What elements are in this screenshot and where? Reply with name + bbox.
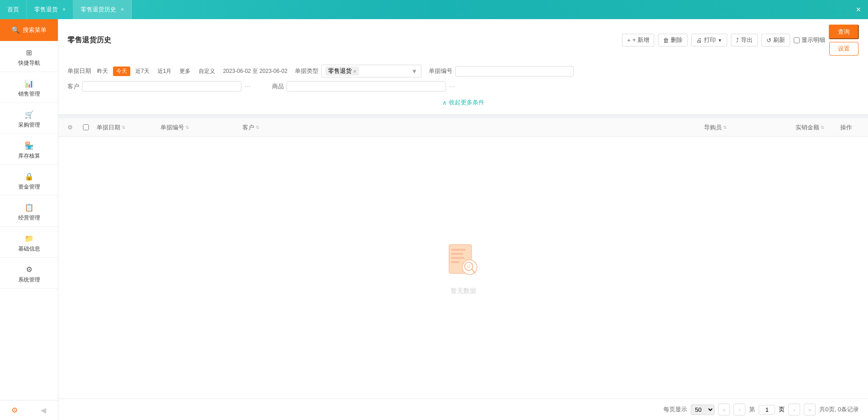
th-guide-label: 导购员: [704, 123, 722, 132]
page-header: 零售退货历史 + + 新增 🗑 删除 🖨 打印 ▼: [58, 19, 868, 115]
inventory-icon: 🏪: [24, 140, 34, 150]
collapse-up-icon: ∧: [442, 99, 447, 106]
th-customer: 客户 ⇅: [239, 123, 700, 132]
sidebar-search[interactable]: 🔍 搜索菜单: [0, 19, 58, 41]
date-btn-today[interactable]: 今天: [113, 67, 130, 76]
th-bill-no: 单据编号 ⇅: [157, 123, 239, 132]
date-btn-custom[interactable]: 自定义: [195, 67, 218, 76]
tab-retail-return[interactable]: 零售退货 ×: [27, 0, 73, 19]
table-header: ⚙ 单据日期 ⇅ 单据编号 ⇅ 客户 ⇅ 导购员 ⇅: [58, 118, 868, 137]
finance-icon: 🔒: [24, 171, 34, 181]
last-page-button[interactable]: »: [804, 404, 816, 415]
goods-dots[interactable]: ···: [449, 82, 455, 91]
sidebar-item-finance-mgmt[interactable]: 🔒 资金管理: [0, 165, 58, 196]
bill-type-arrow-icon: ▼: [411, 68, 417, 75]
sidebar-item-label-operations: 经营管理: [18, 214, 40, 222]
new-button[interactable]: + + 新增: [622, 34, 654, 46]
toolbar: + + 新增 🗑 删除 🖨 打印 ▼ ⤴ 导出: [622, 25, 859, 56]
bill-no-input[interactable]: [455, 66, 574, 77]
first-page-button[interactable]: «: [718, 404, 730, 415]
sort-guide-icon[interactable]: ⇅: [723, 125, 727, 130]
next-page-button[interactable]: ›: [788, 404, 800, 415]
query-label: 查询: [838, 28, 850, 35]
page-number-input[interactable]: [759, 405, 775, 415]
date-range-display: 2023-06-02 至 2023-06-02: [223, 67, 287, 75]
page-total: 共0页, 0条记录: [819, 405, 859, 414]
refresh-button[interactable]: ↺ 刷新: [761, 34, 790, 46]
sidebar-search-label: 搜索菜单: [23, 26, 46, 34]
tab-retail-return-history[interactable]: 零售退货历史 ×: [73, 0, 132, 19]
sidebar-item-operations-mgmt[interactable]: 📋 经营管理: [0, 196, 58, 227]
sort-amount-icon[interactable]: ⇅: [821, 125, 824, 130]
sidebar-item-label-system: 系统管理: [18, 276, 40, 284]
setting-button[interactable]: 设置: [829, 42, 858, 56]
svg-rect-1: [451, 249, 466, 251]
goods-filter: 商品 ···: [272, 81, 455, 92]
purchase-icon: 🛒: [24, 109, 34, 119]
date-btn-7days[interactable]: 近7天: [132, 67, 153, 76]
sort-customer-icon[interactable]: ⇅: [256, 125, 259, 130]
table-select-all[interactable]: [78, 124, 93, 130]
bill-no-label: 单据编号: [429, 67, 452, 75]
sidebar-settings-button[interactable]: ⚙: [0, 400, 29, 420]
sidebar-item-label-sales: 销售管理: [18, 90, 40, 98]
svg-rect-3: [451, 257, 464, 259]
refresh-icon: ↺: [766, 37, 771, 44]
new-label: + 新增: [632, 36, 649, 44]
date-btn-yesterday[interactable]: 昨天: [94, 67, 111, 76]
sidebar-item-sales-mgmt[interactable]: 📊 销售管理: [0, 72, 58, 103]
window-close-button[interactable]: ×: [849, 0, 868, 19]
export-icon: ⤴: [736, 37, 739, 44]
display-detail-input[interactable]: [794, 37, 800, 43]
sidebar-item-system-mgmt[interactable]: ⚙ 系统管理: [0, 258, 58, 289]
print-button[interactable]: 🖨 打印 ▼: [691, 34, 727, 46]
date-btn-more[interactable]: 更多: [176, 67, 194, 76]
page-title: 零售退货历史: [67, 36, 111, 45]
filter-bar: 单据日期 昨天 今天 近7天 近1月 更多 自定义 2023-06-02 至 2…: [67, 60, 859, 114]
sort-bill-no-icon[interactable]: ⇅: [185, 125, 189, 130]
new-icon: +: [627, 37, 631, 44]
customer-input[interactable]: [82, 81, 241, 92]
query-button[interactable]: 查询: [829, 25, 859, 39]
delete-button[interactable]: 🗑 删除: [658, 34, 688, 46]
bill-type-select[interactable]: 零售退货 × ▼: [321, 65, 421, 77]
print-label: 打印: [704, 36, 716, 44]
tab-home-label: 首页: [7, 5, 19, 14]
customer-filter: 客户 ···: [67, 81, 250, 92]
date-filter-label: 单据日期: [67, 67, 91, 75]
refresh-label: 刷新: [773, 36, 785, 44]
export-button[interactable]: ⤴ 导出: [731, 34, 758, 46]
sort-date-icon[interactable]: ⇅: [122, 125, 125, 130]
th-amount: 实销金额 ⇅: [773, 123, 828, 132]
sidebar-item-quick-nav[interactable]: ⊞ 快捷导航: [0, 41, 58, 72]
tab-home[interactable]: 首页: [0, 0, 27, 19]
goods-input[interactable]: [287, 81, 446, 92]
sidebar-item-basic-info[interactable]: 📁 基础信息: [0, 227, 58, 258]
bill-type-tag-close[interactable]: ×: [353, 68, 357, 75]
th-date-label: 单据日期: [97, 123, 120, 132]
bill-type-tag: 零售退货 ×: [325, 67, 360, 76]
th-ops-label: 操作: [840, 123, 852, 132]
th-bill-no-label: 单据编号: [160, 123, 184, 132]
sidebar-bottom: ⚙ ◀: [0, 400, 58, 420]
display-detail-checkbox[interactable]: 显示明细: [794, 36, 825, 44]
page-size-select[interactable]: 10 20 50 100: [691, 405, 714, 415]
sidebar-item-label-quick-nav: 快捷导航: [18, 59, 40, 67]
collapse-button[interactable]: ∧ 收起更多条件: [437, 97, 490, 108]
date-btn-1month[interactable]: 近1月: [154, 67, 175, 76]
prev-page-button[interactable]: ‹: [734, 404, 745, 415]
svg-rect-2: [451, 253, 463, 255]
customer-dots[interactable]: ···: [244, 82, 250, 91]
sidebar-item-purchase-mgmt[interactable]: 🛒 采购管理: [0, 103, 58, 134]
sidebar-collapse-button[interactable]: ◀: [29, 400, 58, 420]
bill-no-filter: 单据编号: [429, 66, 574, 77]
sidebar-item-label-basic: 基础信息: [18, 245, 40, 253]
svg-rect-4: [451, 261, 459, 263]
date-filter: 单据日期 昨天 今天 近7天 近1月 更多 自定义 2023-06-02 至 2…: [67, 67, 288, 76]
tab-retail-return-history-close[interactable]: ×: [121, 6, 124, 13]
sidebar-item-inventory[interactable]: 🏪 库存核算: [0, 134, 58, 165]
tab-retail-return-close[interactable]: ×: [62, 6, 66, 13]
select-all-checkbox[interactable]: [83, 124, 89, 130]
table-settings-icon[interactable]: ⚙: [62, 124, 78, 131]
filter-row-2: 客户 ··· 商品 ···: [67, 81, 859, 92]
